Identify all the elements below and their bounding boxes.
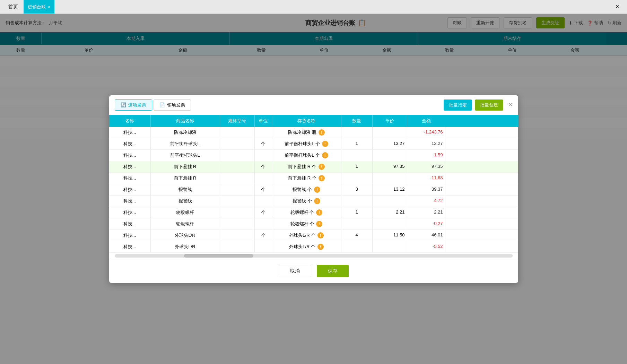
- col-header-amount: 金额: [407, 115, 445, 127]
- cell-price: [373, 241, 407, 252]
- table-row[interactable]: 科技... 外球头L/R 外球头L/R 个 ! -5.52: [109, 241, 518, 253]
- cell-amount: 97.35: [407, 161, 445, 172]
- cell-stock: 轮毂螺杆 个 !: [272, 207, 341, 218]
- cell-unit: [255, 196, 272, 207]
- cell-qty: [341, 196, 373, 207]
- cell-name: 科技...: [109, 138, 151, 149]
- cell-qty: 1: [341, 161, 373, 172]
- cell-amount: 2.21: [407, 207, 445, 218]
- cell-qty: [341, 218, 373, 229]
- cell-unit: [255, 218, 272, 229]
- modal-table-header: 名称 商品名称 规格型号 单位 存货名称 数量 单价 金额: [109, 115, 518, 127]
- col-header-unit: 单位: [255, 115, 272, 127]
- cell-price: [373, 150, 407, 161]
- modal-footer: 取消 保存: [109, 259, 518, 283]
- cell-goods: 报警线: [151, 196, 220, 207]
- table-row[interactable]: 科技... 轮毂螺杆 个 轮毂螺杆 个 ! 1 2.21 2.21: [109, 207, 518, 218]
- cell-goods: 防冻冷却液: [151, 127, 220, 138]
- tab-active[interactable]: 进销台账 ×: [24, 0, 54, 14]
- col-header-price: 单价: [373, 115, 407, 127]
- tab-outgoing-invoice[interactable]: 📄 销项发票: [154, 99, 191, 111]
- cell-spec: [220, 241, 255, 252]
- cell-price: 13.27: [373, 138, 407, 149]
- main-area: 销售成本计算方法： 月平均 商贸企业进销台账 📋 对账 重新开账 存货别名 生成…: [0, 14, 627, 364]
- cell-stock: 外球头L/R 个 !: [272, 241, 341, 252]
- cell-qty: [341, 127, 373, 138]
- cell-amount: -1,243.76: [407, 127, 445, 138]
- cell-spec: [220, 127, 255, 138]
- tab-home[interactable]: 首页: [3, 0, 24, 14]
- batch-create-button[interactable]: 批量创建: [475, 99, 503, 111]
- cell-stock: 前下悬挂 R 个 !: [272, 161, 341, 172]
- cell-name: 科技...: [109, 161, 151, 172]
- cell-goods: 轮毂螺杆: [151, 218, 220, 229]
- cell-amount: -5.52: [407, 241, 445, 252]
- warning-icon: !: [317, 232, 324, 239]
- modal-scrollbar[interactable]: [115, 254, 513, 258]
- cell-unit: 个: [255, 161, 272, 172]
- cell-spec: [220, 173, 255, 184]
- table-row[interactable]: 科技... 前下悬挂 R 前下悬挂 R 个 ! -11.68: [109, 173, 518, 184]
- cell-price: [373, 218, 407, 229]
- cell-unit: [255, 127, 272, 138]
- cell-unit: [255, 150, 272, 161]
- modal-table-body: 科技... 防冻冷却液 防冻冷却液 瓶 ! -1,243.76 科技... 前平…: [109, 127, 518, 253]
- warning-icon: !: [322, 152, 328, 158]
- cell-goods: 前平衡杆球头L: [151, 150, 220, 161]
- cell-qty: 3: [341, 184, 373, 195]
- cell-name: 科技...: [109, 230, 151, 241]
- warning-icon: !: [316, 209, 322, 216]
- cell-name: 科技...: [109, 150, 151, 161]
- cell-goods: 轮毂螺杆: [151, 207, 220, 218]
- cell-amount: 13.27: [407, 138, 445, 149]
- table-row[interactable]: 科技... 前下悬挂 R 个 前下悬挂 R 个 ! 1 97.35 97.35: [109, 161, 518, 173]
- cell-stock: 防冻冷却液 瓶 !: [272, 127, 341, 138]
- cell-unit: 个: [255, 184, 272, 195]
- modal-header-buttons: 批量指定 批量创建: [444, 99, 503, 111]
- cancel-button[interactable]: 取消: [279, 265, 311, 277]
- cell-stock: 报警线 个 !: [272, 184, 341, 195]
- cell-unit: 个: [255, 207, 272, 218]
- table-row[interactable]: 科技... 前平衡杆球头L 前平衡杆球头L 个 ! -1.59: [109, 150, 518, 161]
- cell-stock: 前平衡杆球头L 个 !: [272, 138, 341, 149]
- tab2-icon: 📄: [159, 102, 165, 107]
- cell-spec: [220, 218, 255, 229]
- table-row[interactable]: 科技... 报警线 报警线 个 ! -4.72: [109, 196, 518, 207]
- batch-assign-button[interactable]: 批量指定: [444, 99, 472, 111]
- modal-overlay: 🔄 进项发票 📄 销项发票 批量指定 批量创建 ×: [0, 14, 627, 364]
- cell-stock: 外球头L/R 个 !: [272, 230, 341, 241]
- cell-spec: [220, 150, 255, 161]
- window-close-button[interactable]: ×: [610, 0, 624, 14]
- modal-dialog: 🔄 进项发票 📄 销项发票 批量指定 批量创建 ×: [109, 95, 518, 283]
- cell-price: 13.12: [373, 184, 407, 195]
- cell-name: 科技...: [109, 207, 151, 218]
- cell-amount: -1.59: [407, 150, 445, 161]
- table-row[interactable]: 科技... 报警线 个 报警线 个 ! 3 13.12 39.37: [109, 184, 518, 196]
- cell-name: 科技...: [109, 241, 151, 252]
- cell-spec: [220, 196, 255, 207]
- cell-name: 科技...: [109, 184, 151, 195]
- cell-goods: 外球头L/R: [151, 241, 220, 252]
- table-row[interactable]: 科技... 外球头L/R 个 外球头L/R 个 ! 4 11.50 46.01: [109, 230, 518, 241]
- table-row[interactable]: 科技... 轮毂螺杆 轮毂螺杆 个 ! -0.27: [109, 218, 518, 230]
- modal-header: 🔄 进项发票 📄 销项发票 批量指定 批量创建 ×: [109, 95, 518, 115]
- cell-amount: 39.37: [407, 184, 445, 195]
- cell-qty: 4: [341, 230, 373, 241]
- tab-incoming-invoice[interactable]: 🔄 进项发票: [115, 99, 152, 111]
- col-header-goods: 商品名称: [151, 115, 220, 127]
- cell-name: 科技...: [109, 173, 151, 184]
- cell-unit: [255, 173, 272, 184]
- save-button[interactable]: 保存: [317, 265, 349, 277]
- tab-close-icon[interactable]: ×: [48, 5, 50, 9]
- table-row[interactable]: 科技... 前平衡杆球头L 个 前平衡杆球头L 个 ! 1 13.27 13.2…: [109, 138, 518, 150]
- cell-qty: 1: [341, 207, 373, 218]
- cell-amount: -4.72: [407, 196, 445, 207]
- modal-scrollbar-thumb[interactable]: [184, 254, 253, 258]
- tab-bar: 首页 进销台账 × ×: [0, 0, 627, 14]
- cell-price: 11.50: [373, 230, 407, 241]
- cell-qty: [341, 173, 373, 184]
- table-row[interactable]: 科技... 防冻冷却液 防冻冷却液 瓶 ! -1,243.76: [109, 127, 518, 138]
- cell-name: 科技...: [109, 127, 151, 138]
- modal-close-button[interactable]: ×: [509, 101, 513, 109]
- warning-icon: !: [322, 141, 328, 147]
